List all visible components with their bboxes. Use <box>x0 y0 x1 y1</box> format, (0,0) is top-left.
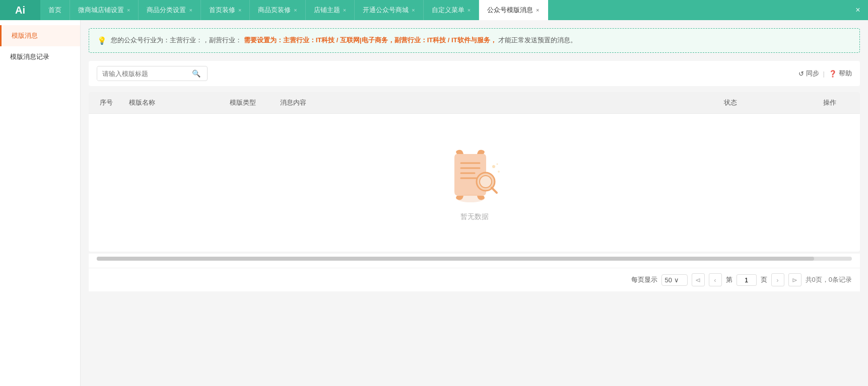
svg-point-6 <box>480 176 492 188</box>
total-info: 共0页，0条记录 <box>806 275 852 284</box>
search-button[interactable]: 🔍 <box>188 66 205 81</box>
table-header: 序号 模版名称 模版类型 消息内容 状态 操作 <box>89 92 860 114</box>
top-navigation: Ai 首页微商城店铺设置×商品分类设置×首页装修×商品页装修×店铺主题×开通公众… <box>0 0 868 20</box>
svg-line-7 <box>492 188 497 193</box>
scrollbar-area <box>89 254 860 268</box>
close-all-button[interactable]: × <box>848 0 868 20</box>
nav-tab-shop-theme[interactable]: 店铺主题× <box>306 0 355 20</box>
nav-tab-product-decor[interactable]: 商品页装修× <box>250 0 305 20</box>
sync-label: 同步 <box>806 69 819 78</box>
toolbar-right: ↺ 同步 | ❓ 帮助 <box>798 69 852 78</box>
banner-suffix: 才能正常发送预置的消息。 <box>498 36 577 44</box>
help-label: 帮助 <box>839 69 852 78</box>
col-header-action: 操作 <box>799 92 860 113</box>
close-tab-open-mall[interactable]: × <box>412 7 415 13</box>
page-label: 第 <box>726 275 732 284</box>
page-size-select[interactable]: 50 ∨ <box>661 274 688 286</box>
nav-tab-open-mall[interactable]: 开通公众号商城× <box>355 0 423 20</box>
app-logo: Ai <box>0 0 40 20</box>
empty-state: 暂无数据 <box>89 114 860 252</box>
sync-icon: ↺ <box>798 70 804 78</box>
close-tab-product-category[interactable]: × <box>189 7 192 13</box>
search-input[interactable] <box>97 67 188 81</box>
sync-button[interactable]: ↺ 同步 <box>798 69 819 78</box>
svg-point-8 <box>492 165 495 168</box>
banner-prefix: 您的公众号行业为：主营行业：，副营行业： <box>111 36 242 44</box>
page-size-label: 每页显示 <box>631 275 657 284</box>
col-header-name: 模版名称 <box>124 92 225 113</box>
svg-point-10 <box>496 164 498 165</box>
info-banner: 💡 您的公众号行业为：主营行业：，副营行业： 需要设置为：主营行业：IT科技 /… <box>89 28 860 53</box>
sidebar: 模版消息模版消息记录 <box>0 20 81 386</box>
chevron-down-icon: ∨ <box>674 276 679 284</box>
col-header-status: 状态 <box>719 92 799 113</box>
col-header-seq: 序号 <box>89 92 124 113</box>
next-page-button[interactable]: › <box>771 273 784 286</box>
content-area: 💡 您的公众号行业为：主营行业：，副营行业： 需要设置为：主营行业：IT科技 /… <box>81 20 868 386</box>
page-suffix: 页 <box>761 275 767 284</box>
main-layout: 模版消息模版消息记录 💡 您的公众号行业为：主营行业：，副营行业： 需要设置为：… <box>0 20 868 386</box>
first-page-button[interactable]: ⊲ <box>692 273 705 286</box>
help-button[interactable]: ❓ 帮助 <box>829 69 852 78</box>
empty-illustration <box>444 144 505 204</box>
prev-page-button[interactable]: ‹ <box>709 273 722 286</box>
close-tab-custom-menu[interactable]: × <box>468 7 471 13</box>
nav-tab-home-decor[interactable]: 首页装修× <box>201 0 250 20</box>
horizontal-scrollbar[interactable] <box>97 257 852 261</box>
col-header-content: 消息内容 <box>275 92 719 113</box>
nav-tab-template-msg[interactable]: 公众号模版消息× <box>479 0 548 20</box>
help-icon: ❓ <box>829 70 837 78</box>
close-tab-template-msg[interactable]: × <box>536 7 539 13</box>
current-page-input[interactable] <box>737 274 757 286</box>
close-tab-shop-settings[interactable]: × <box>127 7 130 13</box>
data-table: 序号 模版名称 模版类型 消息内容 状态 操作 <box>89 92 860 252</box>
search-area: 🔍 ↺ 同步 | ❓ 帮助 <box>89 61 860 86</box>
page-size-value: 50 <box>665 276 672 284</box>
bulb-icon: 💡 <box>97 36 107 45</box>
last-page-button[interactable]: ⊳ <box>788 273 802 286</box>
nav-tab-custom-menu[interactable]: 自定义菜单× <box>424 0 479 20</box>
banner-text: 您的公众号行业为：主营行业：，副营行业： 需要设置为：主营行业：IT科技 / 互… <box>111 36 577 45</box>
close-tab-home-decor[interactable]: × <box>238 7 241 13</box>
col-header-type: 模版类型 <box>225 92 275 113</box>
close-tab-shop-theme[interactable]: × <box>343 7 346 13</box>
nav-tabs: 首页微商城店铺设置×商品分类设置×首页装修×商品页装修×店铺主题×开通公众号商城… <box>40 0 848 20</box>
toolbar-divider: | <box>823 70 825 78</box>
nav-tab-product-category[interactable]: 商品分类设置× <box>139 0 201 20</box>
banner-highlight: 需要设置为：主营行业：IT科技 / 互联网|电子商务，副营行业：IT科技 / I… <box>244 36 497 44</box>
nav-tab-shop-settings[interactable]: 微商城店铺设置× <box>70 0 139 20</box>
svg-point-9 <box>498 171 500 173</box>
search-input-wrap: 🔍 <box>97 66 208 81</box>
empty-text: 暂无数据 <box>460 212 489 221</box>
pagination-bar: 每页显示 50 ∨ ⊲ ‹ 第 页 › ⊳ 共0页，0条记录 <box>89 268 860 291</box>
sidebar-item-template-message[interactable]: 模版消息 <box>0 25 80 46</box>
close-tab-product-decor[interactable]: × <box>294 7 297 13</box>
nav-tab-home[interactable]: 首页 <box>40 0 70 20</box>
sidebar-item-template-record[interactable]: 模版消息记录 <box>0 46 80 67</box>
